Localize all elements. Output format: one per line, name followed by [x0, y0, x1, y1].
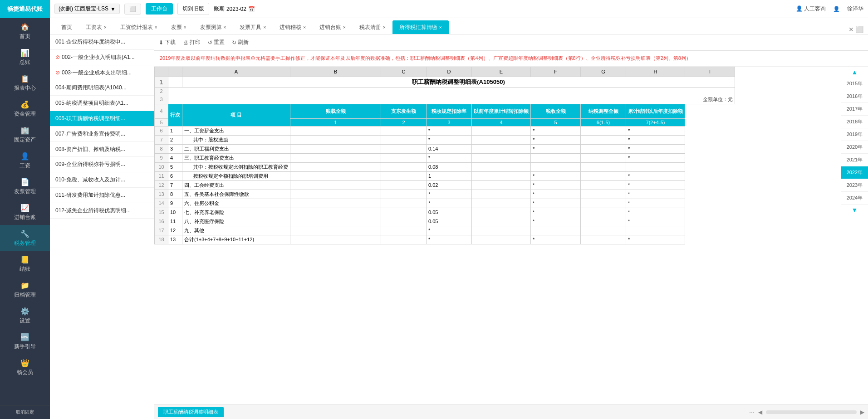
row-11-c1[interactable]	[290, 171, 381, 180]
row-9-c6[interactable]	[581, 153, 626, 162]
row-8-c1[interactable]	[290, 144, 381, 153]
row-15-c4[interactable]	[472, 208, 531, 217]
sheet-main[interactable]: A B C D E F G H I	[154, 67, 841, 404]
row-10-c7[interactable]	[626, 162, 685, 171]
row-17-c5[interactable]	[531, 226, 581, 235]
row-18-c4[interactable]	[472, 235, 531, 244]
sidebar-item-reports[interactable]: 📋 报表中心	[0, 70, 50, 96]
tab-invoice[interactable]: 发票 ×	[164, 20, 193, 34]
row-10-c1[interactable]	[290, 162, 381, 171]
form-item-012[interactable]: 012-减免企业所得税优惠明细...	[50, 203, 154, 219]
tab-tax-clear[interactable]: 税表清册 ×	[353, 20, 392, 34]
tab-audit[interactable]: 进销稽核 ×	[273, 20, 313, 34]
row-14-c6[interactable]	[581, 199, 626, 208]
row-6-c4[interactable]	[472, 126, 531, 135]
row-18-c1[interactable]	[290, 235, 381, 244]
year-2021[interactable]: 2021年	[841, 154, 868, 166]
year-2018[interactable]: 2018年	[841, 116, 868, 128]
tab-salary-report-close[interactable]: ×	[155, 25, 157, 30]
row-13-c1[interactable]	[290, 190, 381, 199]
download-button[interactable]: ⬇ 下载	[159, 39, 176, 46]
horizontal-scrollbar[interactable]	[766, 410, 857, 414]
workspace-button[interactable]: 工作台	[146, 3, 173, 15]
tab-invoice-issue-close[interactable]: ×	[263, 25, 266, 30]
tab-income-tax-close[interactable]: ×	[439, 25, 442, 30]
year-2020[interactable]: 2020年	[841, 141, 868, 154]
tab-salary-close[interactable]: ×	[104, 25, 107, 30]
cancel-fixed-button[interactable]: 取消固定	[0, 405, 50, 419]
row-13-c2[interactable]	[381, 190, 427, 199]
row-9-c2[interactable]	[381, 153, 427, 162]
form-item-001[interactable]: 001-企业所得税年度纳税申...	[50, 34, 154, 50]
row-11-c2[interactable]	[381, 171, 427, 180]
year-2019[interactable]: 2019年	[841, 128, 868, 141]
row-16-c1[interactable]	[290, 217, 381, 226]
scroll-left-icon[interactable]: ◀	[758, 409, 762, 415]
row-14-c2[interactable]	[381, 199, 427, 208]
year-2017[interactable]: 2017年	[841, 103, 868, 116]
copy-button[interactable]: ⬜	[124, 4, 141, 15]
year-2016[interactable]: 2016年	[841, 90, 868, 103]
row-8-c6[interactable]	[581, 144, 626, 153]
tab-salary-report[interactable]: 工资统计报表 ×	[113, 20, 164, 34]
print-button[interactable]: 🖨 打印	[183, 39, 201, 46]
form-item-009[interactable]: 009-企业所得税弥补亏损明...	[50, 157, 154, 172]
row-18-c2[interactable]	[381, 235, 427, 244]
row-15-c2[interactable]	[381, 208, 427, 217]
row-17-c6[interactable]	[581, 226, 626, 235]
form-item-002[interactable]: ⊘002-一般企业收入明细表(A1...	[50, 50, 154, 65]
row-10-c6[interactable]	[581, 162, 626, 171]
row-11-c4[interactable]	[472, 171, 531, 180]
sidebar-item-sales[interactable]: 📈 进销台账	[0, 199, 50, 225]
row-11-c6[interactable]	[581, 171, 626, 180]
row-16-c4[interactable]	[472, 217, 531, 226]
row-7-c4[interactable]	[472, 135, 531, 144]
tab-invoice-issue[interactable]: 发票开具 ×	[233, 20, 273, 34]
row-16-c2[interactable]	[381, 217, 427, 226]
row-7-c6[interactable]	[581, 135, 626, 144]
row-10-c5[interactable]	[531, 162, 581, 171]
sidebar-item-home[interactable]: 🏠 首页	[0, 18, 50, 44]
calendar-icon[interactable]: 📅	[248, 6, 255, 12]
row-15-c1[interactable]	[290, 208, 381, 217]
row-9-c4[interactable]	[472, 153, 531, 162]
year-2022[interactable]: 2022年	[841, 166, 868, 179]
row-14-c4[interactable]	[472, 199, 531, 208]
row-8-c2[interactable]	[381, 144, 427, 153]
tab-sales-ledger-close[interactable]: ×	[343, 25, 346, 30]
row-9-c5[interactable]	[531, 153, 581, 162]
form-item-010[interactable]: 010-免税、减收收入及加计...	[50, 172, 154, 188]
row-17-c7[interactable]	[626, 226, 685, 235]
form-item-011[interactable]: 011-研发费用加计扣除优惠...	[50, 188, 154, 203]
tab-sales-ledger[interactable]: 进销台账 ×	[313, 20, 353, 34]
row-6-c2[interactable]	[381, 126, 427, 135]
service-button[interactable]: 👤 人工客询	[796, 5, 826, 13]
sidebar-item-newuser[interactable]: 🆕 新手引导	[0, 328, 50, 354]
form-item-007[interactable]: 007-广告费和业务宣传费明...	[50, 127, 154, 142]
row-13-c4[interactable]	[472, 190, 531, 199]
row-17-c1[interactable]	[290, 226, 381, 235]
tab-home[interactable]: 首页	[54, 20, 79, 34]
sidebar-item-tax[interactable]: 🔧 税务管理	[0, 225, 50, 251]
row-18-c6[interactable]	[581, 235, 626, 244]
scroll-right-icon[interactable]: ▶	[860, 409, 864, 415]
form-item-008[interactable]: 008-资产折旧、摊销及纳税...	[50, 142, 154, 157]
form-item-006[interactable]: 006-职工薪酬纳税调整明细...	[50, 111, 154, 127]
row-8-c4[interactable]	[472, 144, 531, 153]
sheet-area[interactable]: A B C D E F G H I	[154, 67, 868, 419]
sidebar-item-invoice[interactable]: 📄 发票管理	[0, 173, 50, 199]
row-7-c1[interactable]	[290, 135, 381, 144]
row-12-c2[interactable]	[381, 180, 427, 190]
year-nav-down[interactable]: ▼	[841, 205, 868, 215]
sidebar-item-ledger[interactable]: 📊 总账	[0, 44, 50, 70]
row-15-c6[interactable]	[581, 208, 626, 217]
year-2023[interactable]: 2023年	[841, 179, 868, 192]
row-9-c1[interactable]	[290, 153, 381, 162]
row-7-c2[interactable]	[381, 135, 427, 144]
row-12-c4[interactable]	[472, 180, 531, 190]
more-icon[interactable]: ⋯	[749, 409, 755, 415]
row-17-c2[interactable]	[381, 226, 427, 235]
row-10-c4[interactable]	[472, 162, 531, 171]
sheet-tab[interactable]: 职工薪酬纳税调整明细表	[158, 407, 224, 417]
tab-salary[interactable]: 工资表 ×	[79, 20, 113, 34]
